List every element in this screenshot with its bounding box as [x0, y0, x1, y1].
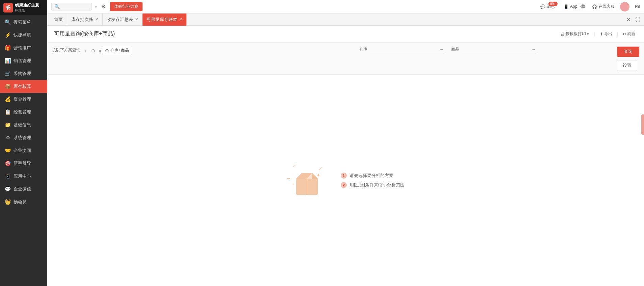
sidebar-item-label: 资金管理 — [14, 96, 31, 102]
sidebar-item-label: 畅会员 — [14, 199, 27, 205]
svg-text:✦: ✦ — [292, 182, 294, 186]
user-avatar[interactable] — [620, 2, 629, 11]
empty-state: ✦ ✦ 1 请先选择要分析的方案 2 用[过滤]条件来缩小分析范围 — [287, 160, 405, 201]
sidebar-item-basic[interactable]: 📁基础信息 — [0, 119, 47, 131]
sidebar: 畅 畅康通好生意 标准版 🔍搜索菜单⚡快捷导航🎁营销推广📊销售管理🛒采购管理📦库… — [0, 0, 47, 286]
sidebar-item-label: 企业协同 — [14, 148, 31, 154]
edition-label: 标准版 — [15, 8, 39, 13]
enterprise-icon: 🤝 — [5, 148, 11, 154]
chevron-down-icon: ▾ — [587, 32, 589, 36]
sidebar-item-finance[interactable]: 💰资金管理 — [0, 93, 47, 106]
empty-tips: 1 请先选择要分析的方案 2 用[过滤]条件来缩小分析范围 — [341, 173, 405, 188]
sidebar-item-marketing[interactable]: 🎁营销推广 — [0, 42, 47, 54]
tab-label-stock-summary: 收发存汇总表 — [107, 17, 133, 23]
sidebar-item-label: 营销推广 — [14, 45, 31, 51]
dropdown-icon[interactable]: ▾ — [95, 3, 97, 10]
sidebar-item-operations[interactable]: 📋经营管理 — [0, 106, 47, 119]
sidebar-item-enterprise[interactable]: 🤝企业协同 — [0, 144, 47, 157]
wechat-icon: 💬 — [5, 186, 11, 192]
system-icon: ⚙ — [5, 135, 11, 141]
refresh-button[interactable]: ↻ 刷新 — [621, 30, 637, 38]
main-body: ✦ ✦ 1 请先选择要分析的方案 2 用[过滤]条件来缩小分析范围 — [47, 75, 644, 286]
right-scrollbar[interactable] — [641, 114, 644, 135]
sidebar-item-label: 新手引导 — [14, 160, 31, 166]
settings-scheme-button[interactable]: ⊙ — [91, 47, 96, 54]
appstore-icon: 📱 — [5, 173, 11, 179]
tab-inventory-batch[interactable]: 库存批次账✕ — [67, 14, 103, 26]
goods-filter-group: 商品 ··· — [451, 46, 536, 53]
sidebar-item-label: 快捷导航 — [14, 32, 31, 38]
top-bar-search[interactable]: 🔍 — [51, 3, 92, 10]
tab-close-inventory-batch[interactable]: ✕ — [95, 17, 98, 22]
gear-button[interactable]: ⚙ — [100, 2, 107, 11]
sidebar-item-label: 企业微信 — [14, 186, 31, 192]
right-action-col: 查询 设置 — [617, 46, 644, 71]
warehouse-input[interactable] — [371, 47, 440, 52]
message-badge: 99+ — [548, 2, 558, 6]
sidebar-item-newbie[interactable]: 🎯新手引导 — [0, 157, 47, 170]
warehouse-input-wrapper[interactable]: ··· — [370, 46, 444, 53]
inventory-icon: 📦 — [5, 83, 11, 89]
warehouse-goods-scheme[interactable]: ⊙ 仓库+商品 — [102, 46, 132, 55]
sidebar-item-member[interactable]: 👑畅会员 — [0, 196, 47, 208]
sidebar-item-quicknav[interactable]: ⚡快捷导航 — [0, 29, 47, 42]
goods-more-button[interactable]: ··· — [532, 47, 535, 52]
sidebar-item-label: 经营管理 — [14, 109, 31, 115]
query-button[interactable]: 查询 — [617, 47, 639, 57]
message-button[interactable]: 💬 消息 99+ — [540, 4, 555, 9]
tab-label-available-stock: 可用量库存账本 — [147, 17, 177, 23]
sidebar-item-appstore[interactable]: 📱应用中心 — [0, 170, 47, 183]
filter-label-col: 按以下方案查询 ＋ ⊙ « — [52, 46, 102, 55]
top-bar-right: 💬 消息 99+ 📱 App下载 🎧 在线客服 Rit — [540, 2, 640, 11]
sales-icon: 📊 — [5, 58, 11, 64]
warehouse-label: 仓库 — [359, 47, 367, 52]
headset-icon: 🎧 — [592, 4, 597, 9]
sidebar-item-sales[interactable]: 📊销售管理 — [0, 54, 47, 67]
operations-icon: 📋 — [5, 109, 11, 115]
add-scheme-button[interactable]: ＋ — [82, 47, 88, 55]
tip-item-1: 1 请先选择要分析的方案 — [341, 173, 405, 179]
column-settings-button[interactable]: 设置 — [617, 60, 637, 71]
main-area: 🔍 ▾ ⚙ 体验行业方案 💬 消息 99+ 📱 App下载 🎧 在线客服 Rit — [47, 0, 644, 286]
filter-schemes: ⊙ 仓库+商品 — [102, 46, 356, 55]
search-icon: 🔍 — [54, 4, 60, 9]
export-button[interactable]: ⬆ 导出 — [598, 30, 614, 38]
member-icon: 👑 — [5, 199, 11, 205]
tab-close-all-button[interactable]: ✕ — [625, 16, 632, 24]
basic-icon: 📁 — [5, 122, 11, 128]
print-icon: 🖨 — [561, 32, 565, 36]
tab-close-available-stock[interactable]: ✕ — [179, 17, 182, 22]
export-icon: ⬆ — [600, 32, 603, 36]
svg-text:✦: ✦ — [316, 173, 320, 178]
template-print-button[interactable]: 🖨 按模板打印 ▾ — [559, 30, 591, 38]
tab-stock-summary[interactable]: 收发存汇总表✕ — [103, 14, 143, 26]
search-input[interactable] — [61, 4, 88, 9]
logo-icon: 畅 — [3, 3, 13, 12]
tab-expand-button[interactable]: ⛶ — [634, 16, 641, 24]
username-label[interactable]: Rit — [635, 4, 640, 9]
sidebar-nav: 🔍搜索菜单⚡快捷导航🎁营销推广📊销售管理🛒采购管理📦库存核算💰资金管理📋经营管理… — [0, 16, 47, 286]
quicknav-icon: ⚡ — [5, 32, 11, 38]
sidebar-item-purchase[interactable]: 🛒采购管理 — [0, 67, 47, 80]
warehouse-more-button[interactable]: ··· — [440, 47, 443, 52]
sidebar-item-search[interactable]: 🔍搜索菜单 — [0, 16, 47, 29]
goods-label: 商品 — [451, 47, 459, 52]
sidebar-item-wechat[interactable]: 💬企业微信 — [0, 183, 47, 196]
goods-input[interactable] — [463, 47, 532, 52]
online-service-button[interactable]: 🎧 在线客服 — [592, 4, 615, 9]
tab-available-stock[interactable]: 可用量库存账本✕ — [143, 14, 187, 26]
goods-input-wrapper[interactable]: ··· — [462, 46, 536, 53]
sidebar-item-system[interactable]: ⚙系统管理 — [0, 131, 47, 144]
tip-num-1: 1 — [341, 173, 347, 179]
tab-close-stock-summary[interactable]: ✕ — [135, 17, 138, 22]
tab-home[interactable]: 首页 — [50, 14, 67, 26]
collapse-scheme-button[interactable]: « — [98, 47, 102, 54]
trial-button[interactable]: 体验行业方案 — [110, 2, 143, 11]
purchase-icon: 🛒 — [5, 71, 11, 77]
app-download-button[interactable]: 📱 App下载 — [564, 4, 585, 9]
gear-icon: ⚙ — [101, 4, 106, 9]
online-service-label: 在线客服 — [598, 4, 615, 9]
sidebar-item-inventory[interactable]: 📦库存核算 — [0, 80, 47, 93]
sidebar-item-label: 基础信息 — [14, 122, 31, 128]
page-header: 可用量查询(按仓库+商品) 🖨 按模板打印 ▾ | ⬆ 导出 | ↻ 刷新 — [47, 26, 644, 43]
